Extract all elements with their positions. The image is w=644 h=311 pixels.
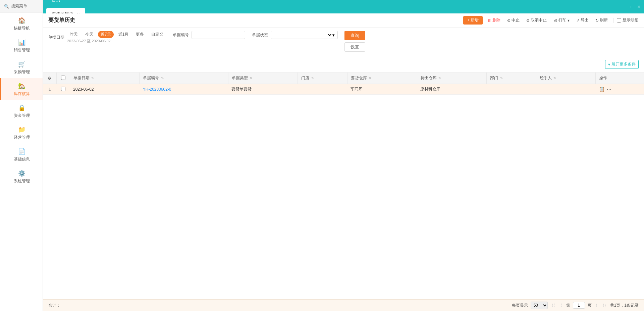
row-checkbox[interactable] — [56, 84, 70, 95]
sidebar-item-inventory[interactable]: 🏡库存核算 — [0, 78, 43, 100]
date-chip-自定义[interactable]: 自定义 — [149, 31, 166, 38]
expand-more-btn[interactable]: ▾ 展开更多条件 — [605, 60, 639, 69]
th-store[interactable]: 门店 ⇅ — [298, 73, 347, 84]
stop-button[interactable]: ⊘ 中止 — [505, 16, 522, 24]
cancel-stop-icon: ⊘ — [526, 18, 530, 23]
data-table: ⚙ 单据日期 ⇅ 单据编号 ⇅ 单据类型 ⇅ 门店 ⇅ 要货仓库 ⇅ 待出仓库 … — [43, 73, 644, 95]
date-filter-group: 单据日期 昨天今天近7天近1月更多自定义 2023-05-27 至 2023-0… — [48, 31, 166, 44]
sidebar-item-finance[interactable]: 🔒资金管理 — [0, 100, 43, 122]
total-info: 共1页，1条记录 — [610, 303, 639, 308]
doc-number-input[interactable] — [192, 31, 245, 39]
quick-nav-label: 快捷导航 — [14, 26, 30, 31]
table-container: ⚙ 单据日期 ⇅ 单据编号 ⇅ 单据类型 ⇅ 门店 ⇅ 要货仓库 ⇅ 待出仓库 … — [43, 73, 644, 299]
inventory-label: 库存核算 — [14, 91, 30, 97]
select-all-checkbox[interactable] — [61, 76, 65, 80]
per-page-select[interactable]: 2050100200 — [531, 302, 548, 309]
sidebar-item-quick-nav[interactable]: 🏠快捷导航 — [0, 13, 43, 35]
window-maximize-btn[interactable]: □ — [631, 4, 633, 9]
date-chip-昨天[interactable]: 昨天 — [67, 31, 80, 38]
status-select-wrapper[interactable]: ▾ — [271, 31, 338, 39]
pagination: 每页显示 2050100200 ⟨⟨ ⟨ 第 页 ⟩ ⟩⟩ 共1页，1条记录 — [512, 302, 639, 309]
main-area: 首页要货单历史✕ — □ ✕ 要货单历史 + 新增 🗑 删除 ⊘ 中止 ⊘ 取 — [43, 0, 644, 311]
header-right: — □ ✕ — [623, 4, 641, 9]
new-button[interactable]: + 新增 — [463, 16, 483, 25]
refresh-icon: ↻ — [595, 18, 599, 23]
sidebar-item-operation[interactable]: 📁经营管理 — [0, 122, 43, 144]
last-page-btn[interactable]: ⟩⟩ — [601, 302, 607, 308]
row-number-link[interactable]: YH-20230602-0 — [143, 87, 171, 92]
row-store — [298, 84, 347, 95]
delete-icon: 🗑 — [487, 18, 491, 23]
expand-chevron-icon: ▾ — [608, 62, 610, 67]
expand-row: ▾ 展开更多条件 — [48, 60, 639, 69]
page-title: 要货单历史 — [48, 17, 75, 24]
date-chip-近1月[interactable]: 近1月 — [116, 31, 131, 38]
cancel-stop-button[interactable]: ⊘ 取消中止 — [524, 16, 549, 24]
status-filter-group: 单据状态 ▾ — [252, 31, 338, 39]
sidebar-search[interactable]: 🔍 搜索菜单 — [0, 0, 43, 13]
first-page-btn[interactable]: ⟨⟨ — [550, 302, 556, 308]
status-label: 单据状态 — [252, 32, 268, 38]
expand-more-label: 展开更多条件 — [611, 61, 636, 67]
th-date[interactable]: 单据日期 ⇅ — [70, 73, 140, 84]
next-page-btn[interactable]: ⟩ — [594, 302, 599, 308]
sidebar-search-label: 搜索菜单 — [11, 3, 27, 9]
row-req-warehouse: 车间库 — [347, 84, 417, 95]
search-icon: 🔍 — [4, 4, 9, 9]
page-label: 第 — [566, 303, 570, 308]
sidebar-item-purchase[interactable]: 🛒采购管理 — [0, 56, 43, 78]
refresh-button[interactable]: ↻ 刷新 — [593, 16, 610, 24]
window-minimize-btn[interactable]: — — [623, 4, 627, 9]
th-handler[interactable]: 经手人 ⇅ — [536, 73, 596, 84]
export-label: 导出 — [581, 17, 589, 23]
row-handler — [536, 84, 596, 95]
table-row: 1 2023-06-02 YH-20230602-0 要货单要货 车间库 原材料… — [43, 84, 644, 95]
window-close-btn[interactable]: ✕ — [637, 4, 641, 9]
cancel-stop-label: 取消中止 — [531, 17, 547, 23]
delete-button[interactable]: 🗑 删除 — [485, 16, 502, 24]
inventory-icon: 🏡 — [18, 82, 25, 90]
row-select-checkbox[interactable] — [61, 87, 65, 91]
sidebar-item-basic[interactable]: 📄基础信息 — [0, 144, 43, 166]
tab-home[interactable]: 首页 — [46, 0, 85, 7]
export-button[interactable]: ↗ 导出 — [574, 16, 591, 24]
delete-label: 删除 — [492, 17, 500, 23]
page-input[interactable] — [573, 302, 585, 309]
th-req-warehouse[interactable]: 要货仓库 ⇅ — [347, 73, 417, 84]
operation-icon: 📁 — [18, 126, 25, 133]
th-actions: 操作 — [596, 73, 644, 84]
print-label: 打印 — [558, 17, 567, 23]
row-pending-warehouse: 原材料仓库 — [417, 84, 487, 95]
status-select[interactable] — [274, 32, 332, 38]
sidebar-item-system[interactable]: ⚙️系统管理 — [0, 166, 43, 187]
print-button[interactable]: 🖨 打印 ▾ — [551, 16, 572, 24]
print-icon: 🖨 — [553, 18, 557, 23]
basic-icon: 📄 — [18, 148, 25, 155]
th-type[interactable]: 单据类型 ⇅ — [228, 73, 298, 84]
row-view-btn[interactable]: 📋 — [599, 87, 605, 92]
prev-page-btn[interactable]: ⟨ — [559, 302, 564, 308]
header-bar: 首页要货单历史✕ — □ ✕ — [43, 0, 644, 13]
sales-label: 销售管理 — [14, 47, 30, 53]
new-label: + 新增 — [467, 17, 479, 23]
settings-button[interactable]: 设置 — [344, 42, 365, 52]
sidebar-item-sales[interactable]: 📊销售管理 — [0, 35, 43, 56]
display-detail-input[interactable] — [617, 18, 621, 23]
date-chip-更多[interactable]: 更多 — [133, 31, 147, 38]
finance-label: 资金管理 — [14, 113, 30, 119]
th-pending-warehouse[interactable]: 待出仓库 ⇅ — [417, 73, 487, 84]
date-chip-今天[interactable]: 今天 — [83, 31, 96, 38]
system-label: 系统管理 — [14, 178, 30, 184]
refresh-label: 刷新 — [600, 17, 608, 23]
table-header-row: ⚙ 单据日期 ⇅ 单据编号 ⇅ 单据类型 ⇅ 门店 ⇅ 要货仓库 ⇅ 待出仓库 … — [43, 73, 644, 84]
filter-actions: 查询 设置 — [344, 31, 365, 52]
th-number[interactable]: 单据编号 ⇅ — [140, 73, 228, 84]
filter-bar: 单据日期 昨天今天近7天近1月更多自定义 2023-05-27 至 2023-0… — [43, 28, 644, 73]
th-settings[interactable]: ⚙ — [43, 73, 56, 84]
total-label: 合计： — [48, 303, 60, 308]
row-more-btn[interactable]: ⋯ — [607, 87, 611, 92]
date-chip-近7天[interactable]: 近7天 — [98, 31, 114, 38]
display-detail-checkbox[interactable]: 显示明细 — [617, 17, 639, 23]
th-department[interactable]: 部门 ⇅ — [487, 73, 536, 84]
query-button[interactable]: 查询 — [344, 31, 365, 40]
